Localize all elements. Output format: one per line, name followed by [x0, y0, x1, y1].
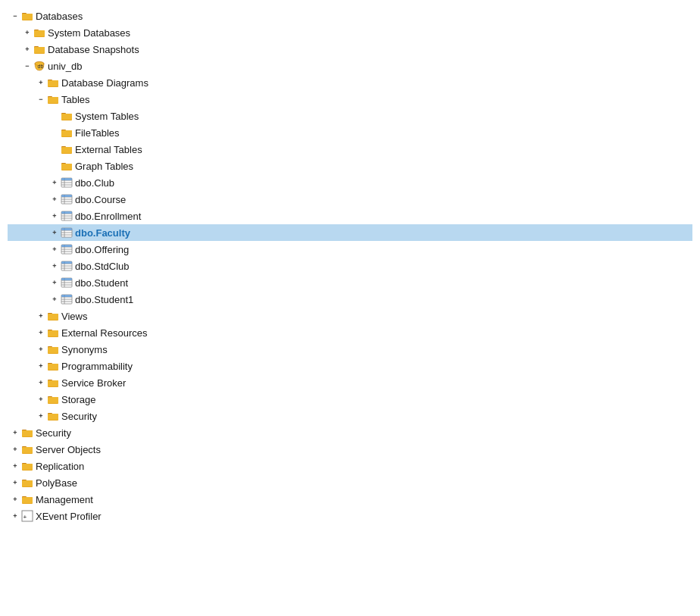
- label-graph-tables: Graph Tables: [75, 161, 133, 172]
- tree-item-security[interactable]: Security: [8, 424, 692, 441]
- folder-icon-file-tables: [61, 127, 73, 139]
- label-dbo-enrollment: dbo.Enrollment: [75, 211, 141, 222]
- tree-item-dbo-course[interactable]: dbo.Course: [8, 191, 692, 208]
- tree-item-dbo-enrollment[interactable]: dbo.Enrollment: [8, 208, 692, 224]
- tree-item-xevent-profiler[interactable]: + XEvent Profiler: [8, 508, 692, 524]
- label-replication: Replication: [36, 461, 84, 472]
- expander-security[interactable]: [9, 427, 21, 439]
- tree-item-dbo-offering[interactable]: dbo.Offering: [8, 241, 692, 258]
- folder-icon-polybase: [21, 477, 33, 489]
- label-polybase: PolyBase: [36, 477, 77, 489]
- tree-item-dbo-faculty[interactable]: dbo.Faculty: [8, 224, 692, 241]
- svg-rect-92: [48, 380, 58, 386]
- tree-item-database-diagrams[interactable]: Database Diagrams: [8, 74, 692, 91]
- expander-dbo-faculty[interactable]: [48, 227, 61, 239]
- expander-dbo-course[interactable]: [48, 193, 61, 205]
- expander-dbo-club[interactable]: [48, 177, 61, 189]
- expander-synonyms[interactable]: [35, 343, 47, 355]
- expander-management[interactable]: [9, 493, 21, 505]
- tree-item-graph-tables[interactable]: Graph Tables: [8, 158, 692, 174]
- label-storage: Storage: [61, 394, 96, 405]
- svg-rect-41: [61, 195, 72, 197]
- label-database-diagrams: Database Diagrams: [61, 77, 148, 89]
- expander-dbo-stdclub[interactable]: [48, 260, 61, 272]
- expander-server-objects[interactable]: [9, 443, 21, 455]
- tree-item-security-db[interactable]: Security: [8, 408, 692, 424]
- label-dbo-club: dbo.Club: [75, 177, 114, 189]
- svg-rect-35: [61, 178, 72, 180]
- tree-item-management[interactable]: Management: [8, 491, 692, 508]
- expander-security-db[interactable]: [35, 410, 47, 422]
- expander-dbo-student[interactable]: [48, 277, 61, 289]
- expander-polybase[interactable]: [9, 477, 21, 489]
- tree-item-dbo-student[interactable]: dbo.Student: [8, 274, 692, 291]
- folder-icon-security-db: [47, 410, 59, 422]
- expander-storage[interactable]: [35, 393, 47, 405]
- folder-icon-databases: [21, 10, 33, 22]
- tree-item-univ-db[interactable]: db univ_db: [8, 58, 692, 74]
- table-icon-dbo-offering: [61, 243, 73, 255]
- folder-icon-storage: [47, 393, 59, 405]
- expander-dbo-offering[interactable]: [48, 243, 61, 255]
- svg-rect-110: [22, 480, 33, 486]
- expander-service-broker[interactable]: [35, 377, 47, 389]
- label-file-tables: FileTables: [75, 127, 120, 139]
- label-programmability: Programmability: [61, 361, 133, 372]
- expander-system-databases[interactable]: [21, 27, 33, 39]
- tree-item-database-snapshots[interactable]: Database Snapshots: [8, 41, 692, 58]
- svg-rect-29: [61, 164, 72, 170]
- tree-item-external-resources[interactable]: External Resources: [8, 324, 692, 341]
- expander-views[interactable]: [35, 310, 47, 322]
- svg-rect-80: [48, 314, 58, 320]
- tree-item-external-tables[interactable]: External Tables: [8, 141, 692, 158]
- tree-item-tables[interactable]: Tables: [8, 91, 692, 108]
- expander-dbo-enrollment[interactable]: [48, 210, 61, 222]
- label-server-objects: Server Objects: [36, 444, 101, 455]
- label-tables: Tables: [61, 94, 90, 105]
- tree-item-views[interactable]: Views: [8, 308, 692, 324]
- expander-database-diagrams[interactable]: [35, 77, 47, 89]
- label-system-databases: System Databases: [48, 27, 130, 39]
- expander-programmability[interactable]: [35, 360, 47, 372]
- tree-item-system-databases[interactable]: System Databases: [8, 24, 692, 41]
- tree-item-service-broker[interactable]: Service Broker: [8, 374, 692, 391]
- svg-rect-86: [48, 347, 58, 353]
- tree-item-file-tables[interactable]: FileTables: [8, 124, 692, 141]
- tree-item-databases[interactable]: Databases: [8, 8, 692, 24]
- tree-item-polybase[interactable]: PolyBase: [8, 474, 692, 491]
- table-icon-dbo-student: [61, 277, 73, 289]
- folder-icon-synonyms: [47, 343, 59, 355]
- tree-item-system-tables[interactable]: System Tables: [8, 108, 692, 124]
- label-management: Management: [36, 494, 93, 505]
- svg-rect-107: [22, 464, 33, 470]
- expander-univ-db[interactable]: [21, 60, 33, 72]
- label-dbo-course: dbo.Course: [75, 194, 126, 205]
- folder-icon-external-tables: [61, 143, 73, 155]
- expander-tables[interactable]: [35, 93, 47, 105]
- expander-xevent-profiler[interactable]: [9, 510, 21, 522]
- folder-icon-database-snapshots: [33, 43, 45, 55]
- svg-rect-14: [48, 80, 58, 86]
- tree-item-storage[interactable]: Storage: [8, 391, 692, 408]
- tree-item-dbo-student1[interactable]: dbo.Student1: [8, 291, 692, 308]
- expander-databases[interactable]: [9, 10, 21, 22]
- folder-icon-system-databases: [33, 27, 45, 39]
- svg-rect-98: [48, 414, 58, 420]
- folder-icon-service-broker: [47, 377, 59, 389]
- expander-dbo-student1[interactable]: [48, 293, 61, 305]
- table-icon-dbo-stdclub: [61, 260, 73, 272]
- tree-item-synonyms[interactable]: Synonyms: [8, 341, 692, 358]
- tree-item-programmability[interactable]: Programmability: [8, 358, 692, 374]
- expander-database-snapshots[interactable]: [21, 43, 33, 55]
- label-dbo-faculty: dbo.Faculty: [75, 227, 130, 239]
- expander-external-resources[interactable]: [35, 327, 47, 339]
- folder-icon-tables: [47, 93, 59, 105]
- svg-rect-47: [61, 211, 72, 214]
- tree-item-replication[interactable]: Replication: [8, 458, 692, 474]
- tree-item-server-objects[interactable]: Server Objects: [8, 441, 692, 458]
- tree-item-dbo-club[interactable]: dbo.Club: [8, 174, 692, 191]
- expander-replication[interactable]: [9, 460, 21, 472]
- table-icon-dbo-course: [61, 193, 73, 205]
- tree-item-dbo-stdclub[interactable]: dbo.StdClub: [8, 258, 692, 274]
- svg-rect-83: [48, 330, 58, 336]
